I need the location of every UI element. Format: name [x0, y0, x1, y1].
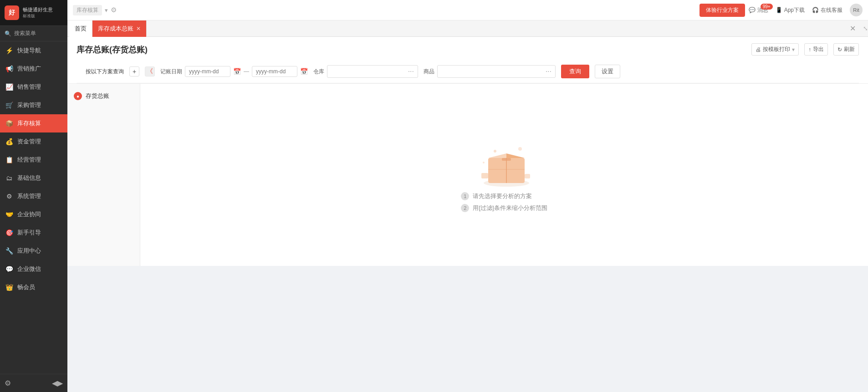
cooperation-icon: 🤝 [5, 211, 14, 218]
tab-close-icon[interactable]: ✕ [136, 25, 141, 32]
warehouse-filter-field: 仓库 ··· [313, 65, 418, 78]
operations-icon: 📋 [5, 156, 14, 163]
empty-tip-2: 2 用[过滤]条件来缩小分析范围 [461, 204, 547, 212]
goods-more-icon[interactable]: ··· [546, 67, 551, 76]
export-icon: ↑ [808, 46, 811, 53]
sidebar-item-funds[interactable]: 💰 资金管理 [0, 132, 67, 151]
app-logo-icon: 好 [5, 5, 19, 20]
sidebar-item-label: 新手引导 [17, 229, 41, 237]
sidebar-item-system[interactable]: ⚙ 系统管理 [0, 187, 67, 205]
svg-marker-2 [488, 153, 506, 158]
warehouse-input[interactable]: ··· [327, 65, 418, 78]
breadcrumb: 库存核算 ▾ ⚙ [73, 5, 696, 15]
sidebar-item-sales[interactable]: 📈 销售管理 [0, 78, 67, 96]
empty-state: 1 请先选择要分析的方案 2 用[过滤]条件来缩小分析范围 [140, 84, 868, 266]
industry-solution-button[interactable]: 体验行业方案 [700, 4, 745, 17]
headset-icon: 🎧 [812, 7, 819, 13]
online-service-label: 在线客服 [821, 6, 842, 14]
basic-info-icon: 🗂 [5, 174, 14, 182]
filter-area: 按以下方案查询 + 《 记账日期 📅 — 📅 仓库 ··· [77, 60, 859, 83]
goods-filter-label: 商品 [424, 68, 434, 76]
sidebar-item-label: 应用中心 [17, 247, 41, 255]
goods-filter-field: 商品 ··· [424, 65, 556, 78]
system-icon: ⚙ [5, 193, 14, 200]
svg-point-11 [483, 162, 485, 163]
sidebar-item-label: 资金管理 [17, 137, 41, 146]
mobile-icon: 📱 [776, 7, 782, 13]
query-button[interactable]: 查询 [561, 65, 589, 78]
message-action[interactable]: 💬 消息 99+ [749, 6, 768, 14]
print-dropdown-icon[interactable]: ▾ [792, 46, 795, 53]
page-header: 库存总账(存货总账) 🖨 按模板打印 ▾ ↑ 导出 ↻ 刷新 [67, 37, 868, 84]
settings-footer-icon[interactable]: ⚙ [5, 379, 11, 387]
sales-icon: 📈 [5, 83, 14, 91]
breadcrumb-current: 库存核算 [73, 5, 102, 15]
app-download-action[interactable]: 📱 App下载 [776, 6, 805, 14]
calendar-end-icon[interactable]: 📅 [300, 68, 308, 75]
sidebar-item-quick-nav[interactable]: ⚡ 快捷导航 [0, 41, 67, 60]
print-label: 按模板打印 [763, 46, 790, 53]
app-name: 畅捷通好生意 [23, 6, 53, 13]
marketing-icon: 📢 [5, 65, 14, 72]
avatar: Rit [850, 4, 863, 16]
tab-inventory-cost[interactable]: 库存成本总账 ✕ [92, 20, 147, 37]
sub-filter-panel: ● 存货总账 [67, 84, 140, 266]
collapse-sidebar-icon[interactable]: ◀▶ [52, 379, 63, 387]
sidebar-item-vip[interactable]: 👑 畅会员 [0, 278, 67, 296]
vip-icon: 👑 [5, 284, 14, 291]
goods-input[interactable]: ··· [437, 65, 556, 78]
sidebar-item-purchase[interactable]: 🛒 采购管理 [0, 96, 67, 114]
print-button[interactable]: 🖨 按模板打印 ▾ [751, 43, 799, 56]
sidebar-item-label: 采购管理 [17, 101, 41, 109]
sidebar-item-basic-info[interactable]: 🗂 基础信息 [0, 169, 67, 187]
quick-nav-icon: ⚡ [5, 47, 14, 54]
sub-filter-item-inventory-ledger[interactable]: ● 存货总账 [67, 88, 140, 104]
sidebar-item-label: 库存核算 [17, 119, 41, 127]
sidebar-item-label: 营销推广 [17, 65, 41, 73]
calendar-start-icon[interactable]: 📅 [233, 68, 241, 75]
new-guide-icon: 🎯 [5, 229, 14, 236]
svg-rect-8 [525, 174, 530, 178]
online-service-action[interactable]: 🎧 在线客服 [812, 6, 842, 14]
sidebar-item-label: 企业协同 [17, 210, 41, 219]
tab-inventory-cost-label: 库存成本总账 [98, 25, 133, 33]
refresh-label: 刷新 [844, 46, 855, 53]
sidebar-item-new-guide[interactable]: 🎯 新手引导 [0, 224, 67, 242]
export-button[interactable]: ↑ 导出 [804, 43, 828, 56]
tab-close-corner[interactable]: ✕ [844, 24, 861, 33]
settings-button[interactable]: 设置 [595, 65, 620, 78]
sidebar-item-label: 系统管理 [17, 192, 41, 200]
svg-point-9 [494, 150, 496, 153]
svg-marker-3 [506, 153, 525, 158]
svg-rect-6 [502, 158, 511, 161]
filter-add-button[interactable]: + [129, 66, 139, 76]
sidebar-item-marketing[interactable]: 📢 营销推广 [0, 60, 67, 78]
user-avatar[interactable]: Rit [850, 4, 863, 16]
filter-collapse-button[interactable]: 《 [145, 66, 155, 76]
chevron-down-icon[interactable]: ▾ [105, 7, 108, 14]
settings-icon[interactable]: ⚙ [111, 6, 117, 14]
search-icon: 🔍 [5, 31, 11, 37]
warehouse-more-icon[interactable]: ··· [408, 67, 414, 76]
sidebar-item-app-center[interactable]: 🔧 应用中心 [0, 242, 67, 260]
sidebar-item-cooperation[interactable]: 🤝 企业协同 [0, 205, 67, 224]
sidebar-item-label: 经营管理 [17, 156, 41, 164]
svg-point-10 [518, 147, 522, 151]
tab-resize-icon[interactable]: ⤡ [863, 25, 868, 32]
wechat-icon: 💬 [5, 265, 14, 273]
search-menu[interactable]: 🔍 搜索菜单 [0, 26, 67, 41]
sidebar-item-wechat[interactable]: 💬 企业微信 [0, 260, 67, 278]
sidebar-item-label: 企业微信 [17, 265, 41, 273]
message-badge: 99+ [761, 4, 773, 10]
tab-home[interactable]: 首页 [69, 20, 92, 37]
tabbar: 首页 库存成本总账 ✕ ✕ ⤡ [67, 20, 868, 37]
date-end-input[interactable] [252, 66, 297, 77]
date-start-input[interactable] [185, 66, 230, 77]
sidebar-item-inventory[interactable]: 📦 库存核算 [0, 114, 67, 132]
app-edition: 标准版 [23, 13, 53, 19]
inventory-icon: 📦 [5, 120, 14, 127]
print-icon: 🖨 [756, 46, 761, 53]
refresh-button[interactable]: ↻ 刷新 [833, 43, 859, 56]
date-filter-label: 记账日期 [160, 68, 182, 76]
sidebar-item-operations[interactable]: 📋 经营管理 [0, 151, 67, 169]
